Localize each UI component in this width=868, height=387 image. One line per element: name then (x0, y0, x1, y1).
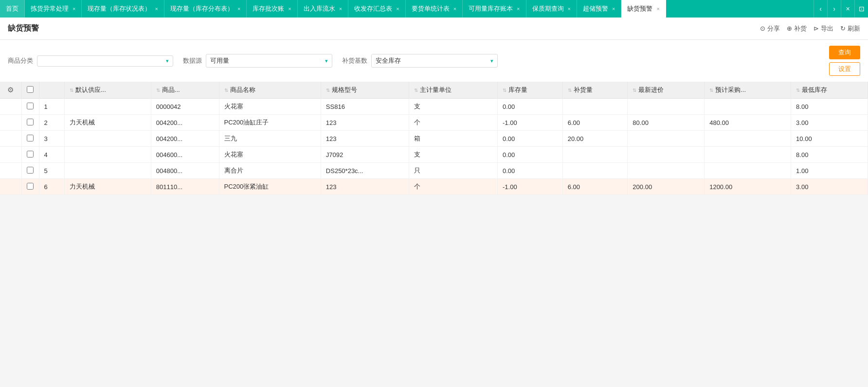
tab-overstock[interactable]: 超储预警× (577, 0, 621, 18)
refresh-label: 刷新 (848, 24, 860, 33)
tab-stock-status[interactable]: 现存量（库存状况表）× (82, 0, 164, 18)
row-spec: 123 (321, 179, 409, 195)
row-index: 2 (39, 115, 64, 131)
row-gear-cell (0, 147, 21, 163)
category-select[interactable]: ▾ (37, 55, 173, 67)
row-product-name: 火花塞 (219, 147, 321, 163)
tab-close-btn[interactable]: × (517, 6, 520, 12)
tab-expiry[interactable]: 保质期查询× (526, 0, 577, 18)
row-unit: 箱 (409, 131, 498, 147)
share-btn[interactable]: ⊙ 分享 (760, 24, 780, 33)
tab-close-btn[interactable]: × (568, 6, 571, 12)
row-checkbox[interactable] (27, 167, 34, 174)
replenish-base-select[interactable]: 安全库存 ▾ (371, 54, 498, 68)
query-button[interactable]: 查询 (829, 46, 860, 59)
replenish-base-arrow-icon: ▾ (490, 58, 493, 64)
select-all-checkbox[interactable] (27, 86, 34, 93)
share-label: 分享 (767, 24, 780, 33)
row-est-purchase (705, 147, 791, 163)
tab-inout[interactable]: 出入库流水× (298, 0, 348, 18)
row-checkbox[interactable] (27, 103, 34, 109)
tab-exception[interactable]: 拣货异常处理× (25, 0, 82, 18)
replenish-btn[interactable]: ⊕ 补货 (787, 24, 807, 33)
tab-close-btn[interactable]: × (339, 6, 342, 12)
replenish-icon: ⊕ (787, 25, 792, 32)
row-supplier (64, 99, 151, 115)
tab-avail-ledger[interactable]: 可用量库存账本× (463, 0, 526, 18)
settings-button[interactable]: 设置 (829, 62, 860, 76)
row-index: 6 (39, 179, 64, 195)
row-supplier (64, 163, 151, 179)
row-product-code: 004200... (151, 131, 219, 147)
row-replenish: 20.00 (562, 131, 628, 147)
close-current-tab-btn[interactable]: × (841, 0, 854, 18)
replenish-label: 补货 (794, 24, 807, 33)
export-btn[interactable]: ⊳ 导出 (814, 24, 833, 33)
tab-close-btn[interactable]: × (237, 6, 240, 12)
table-row: 1 0000042 火花塞 SS816 支 0.00 8.00 (0, 99, 868, 115)
row-checkbox[interactable] (27, 183, 34, 190)
row-checkbox[interactable] (27, 119, 34, 125)
tab-label: 超储预警 (583, 4, 608, 13)
share-icon: ⊙ (760, 25, 765, 32)
tab-home[interactable]: 首页 (0, 0, 25, 18)
row-latest-price (628, 163, 705, 179)
table-row: 3 004200... 三九 123 箱 0.00 20.00 10.00 (0, 131, 868, 147)
tab-label: 首页 (6, 4, 18, 13)
tab-stock-dist[interactable]: 现存量（库存分布表）× (164, 0, 247, 18)
th-est-purchase[interactable]: ⇅预计采购... (705, 82, 791, 99)
th-supplier[interactable]: ⇅默认供应... (64, 82, 151, 99)
tab-order-stat[interactable]: 要货单统计表× (406, 0, 463, 18)
row-min-stock: 3.00 (791, 179, 868, 195)
th-replenish[interactable]: ⇅补货量 (562, 82, 628, 99)
row-checkbox[interactable] (27, 151, 34, 158)
tab-batch[interactable]: 库存批次账× (247, 0, 297, 18)
row-product-code: 004200... (151, 115, 219, 131)
row-stock: 0.00 (498, 99, 563, 115)
row-product-code: 004600... (151, 147, 219, 163)
row-stock: 0.00 (498, 163, 563, 179)
th-unit[interactable]: ⇅主计量单位 (409, 82, 498, 99)
column-settings-btn[interactable]: ⚙ (0, 82, 21, 99)
row-unit: 支 (409, 99, 498, 115)
tab-label: 现存量（库存状况表） (88, 4, 151, 13)
table-header-row: ⚙ ⇅默认供应... ⇅商品... ⇅商品名称 ⇅规格型号 ⇅主计量单位 ⇅库存… (0, 82, 868, 99)
th-min-stock[interactable]: ⇅最低库存 (791, 82, 868, 99)
th-product-name[interactable]: ⇅商品名称 (219, 82, 321, 99)
datasource-value: 可用量 (210, 56, 229, 65)
tab-close-btn[interactable]: × (72, 6, 75, 12)
row-supplier: 力天机械 (64, 179, 151, 195)
th-stock[interactable]: ⇅库存量 (498, 82, 563, 99)
row-product-name: 三九 (219, 131, 321, 147)
prev-tab-btn[interactable]: ‹ (814, 0, 827, 18)
row-est-purchase (705, 131, 791, 147)
row-checkbox-cell (21, 163, 39, 179)
datasource-select[interactable]: 可用量 ▾ (206, 54, 332, 68)
th-latest-price[interactable]: ⇅最新进价 (628, 82, 705, 99)
datasource-arrow-icon: ▾ (325, 58, 328, 64)
row-latest-price (628, 131, 705, 147)
row-unit: 个 (409, 179, 498, 195)
close-all-tabs-btn[interactable]: ⊡ (854, 0, 868, 18)
tab-close-btn[interactable]: × (656, 6, 659, 12)
row-replenish: 6.00 (562, 179, 628, 195)
row-supplier (64, 147, 151, 163)
datasource-filter-group: 数据源 可用量 ▾ (183, 54, 332, 68)
tab-close-btn[interactable]: × (396, 6, 399, 12)
tab-close-btn[interactable]: × (155, 6, 158, 12)
tab-close-btn[interactable]: × (453, 6, 456, 12)
row-spec: 123 (321, 115, 409, 131)
tab-receipt[interactable]: 收发存汇总表× (348, 0, 405, 18)
next-tab-btn[interactable]: › (827, 0, 841, 18)
row-product-name: PC200油缸庄子 (219, 115, 321, 131)
tab-shortage[interactable]: 缺货预警× (621, 0, 666, 18)
refresh-btn[interactable]: ↻ 刷新 (840, 24, 860, 33)
th-spec[interactable]: ⇅规格型号 (321, 82, 409, 99)
tab-close-btn[interactable]: × (612, 6, 615, 12)
row-checkbox[interactable] (27, 135, 34, 141)
tab-close-btn[interactable]: × (288, 6, 291, 12)
row-gear-cell (0, 179, 21, 195)
replenish-base-filter-group: 补货基数 安全库存 ▾ (342, 54, 498, 68)
row-checkbox-cell (21, 131, 39, 147)
th-product-code[interactable]: ⇅商品... (151, 82, 219, 99)
